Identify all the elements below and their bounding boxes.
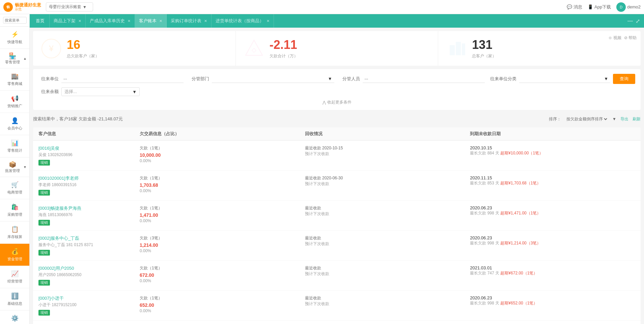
customer-name-4[interactable]: [0002]服务中心_丁磊 <box>38 236 79 241</box>
sidebar-label-ecommerce: 电商管理 <box>7 190 22 195</box>
sidebar-item-member[interactable]: 👤 会员中心 <box>0 113 29 135</box>
col-due-date: 到期未收款日期 <box>470 131 635 137</box>
tab-purchase-stats-label: 采购订单统计表 <box>171 18 201 24</box>
customer-name-6[interactable]: [0007]小迸干 <box>38 296 64 301</box>
app-download-btn[interactable]: 📱 App下载 <box>588 4 611 10</box>
sidebar-item-basic-info[interactable]: ℹ️ 基础信息 <box>0 288 29 311</box>
customer-name-1[interactable]: [0016]吴俊 <box>38 146 59 151</box>
sidebar-item-retail-mgmt[interactable]: 🏪 零售管理 ▲ <box>0 49 29 68</box>
customer-name-5[interactable]: [000002]用户2050 <box>38 266 74 271</box>
customer-name-2[interactable]: [0001020001]李老师 <box>38 176 79 181</box>
total-customers-info: 131 总客户（家） <box>472 38 496 59</box>
user-menu[interactable]: D demo2 <box>616 2 641 12</box>
customer-info-6: [0007]小迸干 小迸干 18279152100 现销 <box>38 295 140 316</box>
recovery-5: 最近收款 预计下次收款 <box>305 265 470 277</box>
summary-row: ¥ 16 总欠款客户（家） ◇ <box>33 31 641 66</box>
tab-product-history[interactable]: 产成品入库单历史 ✕ <box>86 14 135 28</box>
svg-rect-4 <box>450 45 455 55</box>
sidebar-item-search[interactable] <box>0 14 29 27</box>
person-input[interactable]: ··· <box>363 75 485 83</box>
tab-import-stats-close[interactable]: ✕ <box>267 19 270 23</box>
debt-customers-label: 总欠款客户（家） <box>67 53 99 59</box>
overdue-link-2[interactable]: 超期¥1,703.68（1笔） <box>500 181 541 185</box>
table-row: [0001020001]李老师 李老师 18600391516 现销 欠款（1笔… <box>33 171 641 201</box>
summary-card-total-customers: 131 总客户（家） ⊙ 视频 ⊘ 帮助 <box>438 31 641 66</box>
debt-info-3: 欠款（1笔） 1,471.00 0.00% <box>140 205 305 223</box>
main-area: ⚡ 快捷导航 🏪 零售管理 ▲ 🏬 零售商城 📢 营销推广 👤 会员中心 <box>0 14 644 324</box>
tab-product-history-label: 产成品入库单历史 <box>90 18 125 24</box>
tab-product-off-close[interactable]: ✕ <box>78 19 81 23</box>
retail-stat-icon: 📊 <box>11 139 19 147</box>
summary-card-debt-customers: ¥ 16 总欠款客户（家） <box>33 31 236 66</box>
filter-source-unit: 往来单位 ··· <box>38 75 184 83</box>
sidebar-label-marketing: 营销推广 <box>7 104 22 109</box>
view-icon[interactable]: ⊙ 视频 <box>609 35 621 41</box>
tab-product-history-close[interactable]: ✕ <box>128 19 131 23</box>
debt-total-icon: ◇ <box>244 38 264 59</box>
table-row: [0006]去下粮仓 陈小希 现销 欠款（1笔） 455.90 0.00% 最近… <box>33 321 641 324</box>
overdue-link-4[interactable]: 超期¥1,214.00（3笔） <box>500 241 541 245</box>
sidebar-item-marketing[interactable]: 📢 营销推广 <box>0 91 29 113</box>
tab-import-stats[interactable]: 进货单统计表（按商品） ✕ <box>212 14 274 28</box>
sidebar-item-ecommerce[interactable]: 🛒 电商管理 <box>0 177 29 199</box>
sidebar-item-finance[interactable]: 💰 资金管理 <box>0 244 29 266</box>
overdue-link-6[interactable]: 超期¥652.00（1笔） <box>500 301 537 305</box>
refresh-btn[interactable]: 刷新 <box>633 116 641 122</box>
tab-maximize-btn[interactable]: ⤢ <box>636 18 640 24</box>
due-date-1: 2020.10.15 最长欠款 884 天 超期¥10,000.00（1笔） <box>470 145 635 156</box>
customer-info-1: [0016]吴俊 吴俊 13026203696 现销 <box>38 145 140 166</box>
overdue-link-5[interactable]: 超期¥672.00（1笔） <box>500 271 537 275</box>
sidebar-item-system[interactable]: ⚙️ 系统管理 <box>0 311 29 324</box>
sidebar-item-purchase[interactable]: 🛍️ 采购管理 <box>0 199 29 222</box>
sidebar-item-inventory[interactable]: 📋 库存核算 <box>0 222 29 244</box>
recovery-2: 最近收款 2020-06-30 预计下次收款 <box>305 175 470 187</box>
help-icon[interactable]: ⊘ 帮助 <box>624 35 637 41</box>
tab-home[interactable]: 首页 <box>31 14 50 28</box>
overdue-link-3[interactable]: 超期¥1,471.00（1笔） <box>500 211 541 215</box>
balance-label: 往来余额 <box>38 89 59 95</box>
debt-customers-value: 16 <box>67 38 99 52</box>
export-btn[interactable]: 导出 <box>620 116 628 122</box>
sidebar-search-input[interactable] <box>3 17 27 24</box>
tab-purchase-stats-close[interactable]: ✕ <box>204 19 207 23</box>
recovery-6: 最近收款 预计下次收款 <box>305 295 470 307</box>
sidebar-item-retail-store[interactable]: 🏬 零售商城 <box>0 68 29 91</box>
table-header: 客户信息 欠交易信息（占比） 回收情况 到期未收款日期 <box>33 127 641 141</box>
sort-select[interactable]: 按欠款金额倒序排序 <box>565 116 608 122</box>
sidebar-item-retail-stat[interactable]: 📊 零售统计 <box>0 135 29 157</box>
unit-category-select[interactable]: ▼ <box>519 75 610 83</box>
source-unit-label: 往来单位 <box>38 76 59 82</box>
balance-select[interactable]: 选择... ▼ <box>61 87 140 96</box>
customer-name-3[interactable]: [0003]畅捷服务尹海燕 <box>38 206 81 211</box>
overdue-link-1[interactable]: 超期¥10,000.00（1笔） <box>500 151 543 155</box>
tab-purchase-stats[interactable]: 采购订单统计表 ✕ <box>167 14 212 28</box>
sidebar-label-inventory: 库存核算 <box>7 234 22 239</box>
sidebar-item-batch-mgmt[interactable]: 📦 批发管理 ▼ <box>0 157 29 177</box>
tab-customer-account[interactable]: 客户账本 ✕ <box>135 14 167 28</box>
basic-info-icon: ℹ️ <box>11 292 19 300</box>
debt-customers-icon: ¥ <box>41 38 61 59</box>
sidebar-item-quick-nav[interactable]: ⚡ 快捷导航 <box>0 27 29 49</box>
collapse-btn[interactable]: ⋀ 收起更多条件 <box>38 99 635 105</box>
company-select[interactable]: 母婴行业演示账套 ▼ <box>46 2 93 11</box>
unit-category-label: 往来单位分类 <box>490 76 516 82</box>
customer-phone-2: 李老师 18600391516 <box>38 182 140 188</box>
tab-minimize-btn[interactable]: — <box>627 18 633 24</box>
dept-dropdown-icon: ▼ <box>328 76 332 81</box>
dept-select[interactable]: ▼ <box>212 75 334 83</box>
search-btn[interactable]: 查询 <box>613 74 635 84</box>
customer-info-2: [0001020001]李老师 李老师 18600391516 现销 <box>38 175 140 196</box>
due-date-2: 2020.11.15 最长欠款 853 天 超期¥1,703.68（1笔） <box>470 175 635 186</box>
customer-tag-3: 现销 <box>38 220 50 226</box>
message-btn[interactable]: 💬 消息 <box>567 4 582 10</box>
debt-info-4: 欠款（3笔） 1,214.00 0.00% <box>140 235 305 253</box>
col-recovery: 回收情况 <box>305 131 470 137</box>
filter-unit-category: 往来单位分类 ▼ 查询 <box>490 74 635 84</box>
tab-customer-account-close[interactable]: ✕ <box>159 19 162 23</box>
company-name: 母婴行业演示账套 <box>49 4 81 10</box>
tab-product-off[interactable]: 商品上下架 ✕ <box>50 14 86 28</box>
sidebar-item-operations[interactable]: 📈 经营管理 <box>0 266 29 288</box>
customer-phone-5: 用户2050 18665062050 <box>38 272 140 278</box>
source-unit-input[interactable]: ··· <box>61 75 184 83</box>
customer-info-3: [0003]畅捷服务尹海燕 海燕 18513066976 现销 <box>38 205 140 226</box>
